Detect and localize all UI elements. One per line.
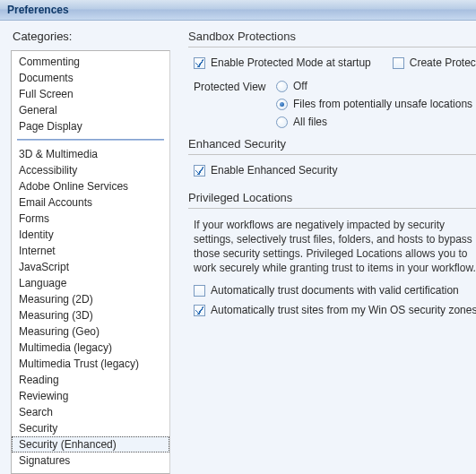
category-item[interactable]: Signatures	[12, 452, 169, 469]
categories-sidebar: Categories: CommentingDocumentsFull Scre…	[11, 30, 170, 474]
category-item[interactable]: Page Display	[12, 118, 169, 134]
create-protected-checkbox[interactable]	[393, 57, 404, 69]
category-separator	[17, 139, 164, 141]
category-item[interactable]: Internet	[12, 243, 169, 259]
protected-view-all-radio[interactable]	[276, 116, 288, 128]
privileged-locations-title: Privileged Locations	[188, 191, 476, 209]
enable-enhanced-security-checkbox[interactable]	[194, 165, 205, 177]
settings-panel: Sandbox Protections Enable Protected Mod…	[170, 30, 476, 474]
client-area: Categories: CommentingDocumentsFull Scre…	[0, 21, 476, 474]
category-item[interactable]: Commenting	[12, 54, 169, 70]
trust-zones-label: Automatically trust sites from my Win OS…	[211, 304, 476, 316]
category-item[interactable]: Forms	[12, 211, 169, 227]
category-item[interactable]: Multimedia (legacy)	[12, 340, 169, 356]
category-item[interactable]: Security	[12, 420, 169, 436]
category-item[interactable]: Multimedia Trust (legacy)	[12, 356, 169, 372]
protected-view-off-label: Off	[293, 80, 307, 92]
protected-view-row: Protected View Off Files from potentiall…	[188, 80, 476, 128]
categories-listbox[interactable]: CommentingDocumentsFull ScreenGeneralPag…	[11, 50, 170, 474]
category-item[interactable]: Reading	[12, 372, 169, 388]
category-item[interactable]: Reviewing	[12, 388, 169, 404]
privileged-locations-group: Privileged Locations If your workflows a…	[188, 191, 476, 322]
sandbox-group: Sandbox Protections Enable Protected Mod…	[188, 30, 476, 128]
protected-view-all-label: All files	[293, 116, 327, 128]
category-item[interactable]: Measuring (2D)	[12, 291, 169, 307]
category-item[interactable]: Documents	[12, 70, 169, 86]
protected-view-off-radio[interactable]	[276, 81, 288, 92]
trust-cert-label: Automatically trust documents with valid…	[211, 284, 459, 297]
category-item[interactable]: Measuring (Geo)	[12, 323, 169, 340]
category-item[interactable]: Identity	[12, 227, 169, 243]
category-item[interactable]: Language	[12, 275, 169, 291]
category-item[interactable]: Search	[12, 404, 169, 420]
categories-label: Categories:	[13, 30, 170, 43]
enable-enhanced-security-label: Enable Enhanced Security	[211, 164, 337, 177]
create-protected-label: Create Protected	[410, 56, 476, 69]
preferences-window: Preferences Categories: CommentingDocume…	[0, 0, 476, 474]
category-item[interactable]: Measuring (3D)	[12, 307, 169, 323]
protected-view-options: Off Files from potentially unsafe locati…	[276, 80, 472, 128]
privileged-locations-body: If your workflows are negatively impacte…	[188, 218, 476, 275]
enable-protected-mode-label: Enable Protected Mode at startup	[211, 56, 371, 69]
enable-protected-mode-checkbox[interactable]	[194, 57, 205, 69]
category-item[interactable]: General	[12, 102, 169, 118]
category-item[interactable]: Accessibility	[12, 162, 169, 178]
trust-cert-checkbox[interactable]	[194, 285, 205, 297]
enhanced-security-title: Enhanced Security	[188, 137, 476, 155]
trust-zones-checkbox[interactable]	[194, 305, 205, 316]
protected-view-unsafe-label: Files from potentially unsafe locations	[293, 98, 472, 110]
category-item[interactable]: Security (Enhanced)	[12, 436, 169, 452]
category-item[interactable]: Full Screen	[12, 86, 169, 102]
category-item[interactable]: Adobe Online Services	[12, 178, 169, 194]
window-title: Preferences	[7, 4, 69, 16]
window-titlebar: Preferences	[0, 0, 476, 21]
enhanced-security-group: Enhanced Security Enable Enhanced Securi…	[188, 137, 476, 182]
category-item[interactable]: 3D & Multimedia	[12, 146, 169, 162]
protected-view-label: Protected View	[194, 80, 276, 93]
category-item[interactable]: Email Accounts	[12, 194, 169, 211]
category-item[interactable]: JavaScript	[12, 259, 169, 275]
sandbox-title: Sandbox Protections	[188, 30, 476, 47]
protected-view-unsafe-radio[interactable]	[276, 99, 288, 110]
